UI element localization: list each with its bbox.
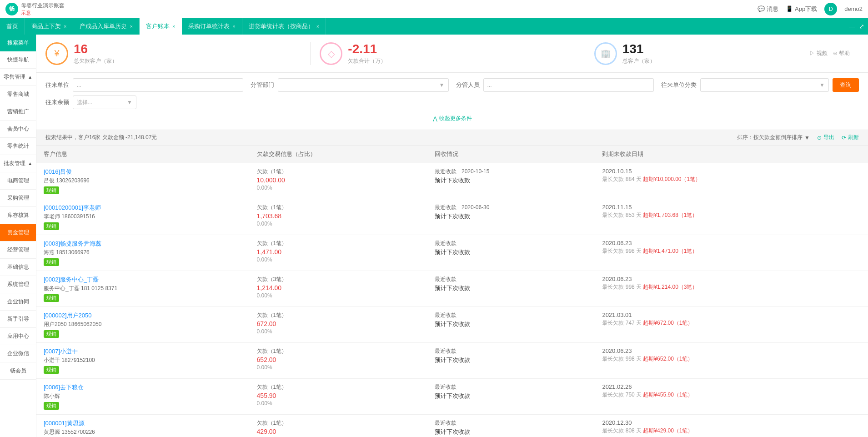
sidebar-item-basic[interactable]: 基础信息 — [0, 259, 36, 276]
table-row: [0003]畅捷服务尹海蕊 海燕 18513066976 现销 欠款（1笔） 1… — [36, 235, 868, 271]
customer-name-0[interactable]: [0016]吕俊 — [44, 168, 242, 176]
sidebar-item-ecommerce[interactable]: 电商管理 — [0, 172, 36, 190]
overdue-info-5: 最长欠款 998 天 超期¥652.00（1笔） — [602, 355, 861, 363]
customer-phone-2: 海燕 18513066976 — [44, 249, 242, 256]
user-avatar[interactable]: D — [824, 3, 837, 15]
app-download-btn[interactable]: 📱App下载 — [786, 5, 817, 13]
sidebar-item-wechat[interactable]: 企业微信 — [0, 345, 36, 362]
overdue-link-4[interactable]: 超期¥672.00（1笔） — [643, 320, 693, 326]
sidebar-item-apps[interactable]: 应用中心 — [0, 328, 36, 345]
sidebar-item-inventory[interactable]: 库存核算 — [0, 207, 36, 224]
debt-count-3: 欠款（3笔） — [257, 276, 420, 283]
debt-amount-6[interactable]: 455.90 — [257, 392, 420, 399]
overdue-link-0[interactable]: 超期¥10,000.00（1笔） — [643, 176, 701, 182]
overdue-link-5[interactable]: 超期¥652.00（1笔） — [643, 356, 693, 362]
debt-amount-4[interactable]: 672.00 — [257, 320, 420, 327]
unit-category-input[interactable]: ▼ — [700, 78, 829, 92]
customer-name-2[interactable]: [0003]畅捷服务尹海蕊 — [44, 240, 242, 248]
customer-name-6[interactable]: [0006]去下粮仓 — [44, 383, 242, 392]
cell-due-2: 2020.06.23 最长欠款 998 天 超期¥1,471.00（1笔） — [595, 235, 868, 271]
customer-tag-5: 现销 — [44, 366, 59, 374]
collection-info-4: 最近收款 — [435, 311, 588, 319]
tab-home[interactable]: 首页 — [0, 18, 25, 35]
person-input[interactable]: ... — [483, 78, 654, 92]
overdue-info-1: 最长欠款 853 天 超期¥1,703.68（1笔） — [602, 211, 861, 219]
tab-minimize[interactable]: — — [849, 23, 855, 30]
customer-name-7[interactable]: [000001]黄思源 — [44, 419, 242, 427]
demo-text[interactable]: 示意 — [21, 10, 65, 16]
sidebar-item-vip[interactable]: 畅会员 — [0, 362, 36, 380]
debt-amount-7[interactable]: 429.00 — [257, 428, 420, 435]
filter-row-1: 往来单位 ... 分管部门 ▼ 分管人员 ... — [45, 78, 859, 92]
overdue-link-2[interactable]: 超期¥1,471.00（1笔） — [643, 248, 697, 254]
sidebar-item-nav[interactable]: 快捷导航 — [0, 51, 36, 69]
cell-due-3: 2020.06.23 最长欠款 998 天 超期¥1,214.00（3笔） — [595, 271, 868, 307]
customer-phone-5: 小迸干 18279152100 — [44, 357, 242, 364]
sidebar-item-capital[interactable]: 资金管理 — [0, 224, 36, 241]
tab-purchase-order[interactable]: 采购订单统计表 × — [182, 18, 242, 35]
customer-name-1[interactable]: [00010200001]李老师 — [44, 204, 242, 212]
sidebar-item-batch-mgmt[interactable]: 批发管理 ▲ — [0, 155, 36, 172]
sidebar-item-retail-mall[interactable]: 零售商城 — [0, 86, 36, 103]
cell-due-4: 2021.03.01 最长欠款 747 天 超期¥672.00（1笔） — [595, 307, 868, 343]
tab-production[interactable]: 产成品入库单历史 × — [73, 18, 139, 35]
messages-btn[interactable]: 💬消息 — [758, 5, 778, 13]
sidebar-item-guide[interactable]: 新手引导 — [0, 311, 36, 328]
col-debt-info: 欠款交易信息（占比） — [250, 146, 427, 163]
sidebar-item-member[interactable]: 会员中心 — [0, 121, 36, 138]
sidebar-item-purchase[interactable]: 采购管理 — [0, 190, 36, 207]
refresh-button[interactable]: ⟳ 刷新 — [842, 134, 859, 141]
dept-input[interactable]: ▼ — [278, 78, 448, 92]
sort-label: 排序：按欠款金额倒序排序 — [737, 134, 803, 141]
cell-collection-0: 最近收款 2020-10-15 预计下次收款 — [427, 163, 595, 199]
sidebar-item-enterprise[interactable]: 企业协同 — [0, 293, 36, 311]
query-button[interactable]: 查询 — [833, 78, 859, 92]
table-row: [000002]用户2050 用户2050 18665062050 现销 欠款（… — [36, 307, 868, 343]
overdue-info-3: 最长欠款 998 天 超期¥1,214.00（3笔） — [602, 283, 861, 291]
tab-products[interactable]: 商品上下架 × — [25, 18, 73, 35]
customer-phone-6: 陈小辉 — [44, 392, 242, 400]
customer-phone-7: 黄思源 13552700226 — [44, 428, 242, 436]
collection-info-7: 最近收款 — [435, 419, 588, 427]
user-name[interactable]: demo2 — [844, 5, 863, 12]
customer-name-4[interactable]: [000002]用户2050 — [44, 311, 242, 320]
debt-amount-2[interactable]: 1,471.00 — [257, 248, 420, 256]
overdue-link-1[interactable]: 超期¥1,703.68（1笔） — [643, 212, 697, 218]
system-name: 母婴行业演示账套 示意 — [21, 2, 65, 16]
export-button[interactable]: ⊙ 导出 — [817, 134, 834, 141]
overdue-link-3[interactable]: 超期¥1,214.00（3笔） — [643, 284, 697, 290]
overdue-link-7[interactable]: 超期¥429.00（1笔） — [643, 427, 693, 434]
sidebar-item-retail-mgmt[interactable]: 零售管理 ▲ — [0, 69, 36, 86]
sidebar-item-retail-stats[interactable]: 零售统计 — [0, 138, 36, 155]
debt-amount-0[interactable]: 10,000.00 — [257, 176, 420, 184]
stat-info-1: 16 总欠款客户（家） — [74, 42, 117, 65]
sidebar-search[interactable]: 搜索菜单 — [0, 35, 36, 51]
overdue-link-6[interactable]: 超期¥455.90（1笔） — [643, 392, 693, 398]
sidebar-item-operation[interactable]: 经营管理 — [0, 241, 36, 259]
balance-label: 往来余额 — [45, 98, 69, 106]
sidebar-item-marketing[interactable]: 营销推广 — [0, 103, 36, 121]
debt-amount-5[interactable]: 652.00 — [257, 356, 420, 363]
sort-button[interactable]: 排序：按欠款金额倒序排序 ▼ — [737, 134, 810, 141]
tab-customer-account[interactable]: 客户账本 × — [140, 18, 182, 35]
overdue-info-2: 最长欠款 998 天 超期¥1,471.00（1笔） — [602, 247, 861, 255]
customer-name-5[interactable]: [0007]小迸干 — [44, 347, 242, 356]
debt-amount-1[interactable]: 1,703.68 — [257, 212, 420, 220]
filter-dept: 分管部门 ▼ — [251, 78, 448, 92]
from-unit-input[interactable]: ... — [73, 78, 243, 92]
table-row: [00010200001]李老师 李老师 18600391516 现销 欠款（1… — [36, 199, 868, 235]
debt-amount-3[interactable]: 1,214.00 — [257, 284, 420, 291]
collapse-button[interactable]: ⋀ 收起更多条件 — [433, 115, 472, 122]
help-btn[interactable]: ⊙ 帮助 — [833, 50, 850, 57]
stat-number-1: 16 — [74, 42, 117, 56]
tab-maximize[interactable]: ⤢ — [859, 23, 864, 30]
video-btn[interactable]: ▷ 视频 — [809, 50, 827, 57]
customer-name-3[interactable]: [0002]服务中心_丁磊 — [44, 276, 242, 284]
tab-import-stats[interactable]: 进货单统计表（按商品） × — [242, 18, 326, 35]
stat-number-3: 131 — [622, 42, 655, 56]
sidebar-item-system[interactable]: 系统管理 — [0, 276, 36, 293]
filter-row-2: 往来余额 选择... ▼ — [45, 95, 859, 109]
debt-ratio-2: 0.00% — [257, 256, 420, 263]
unit-category-label: 往来单位分类 — [661, 81, 697, 89]
balance-select[interactable]: 选择... ▼ — [73, 95, 136, 109]
